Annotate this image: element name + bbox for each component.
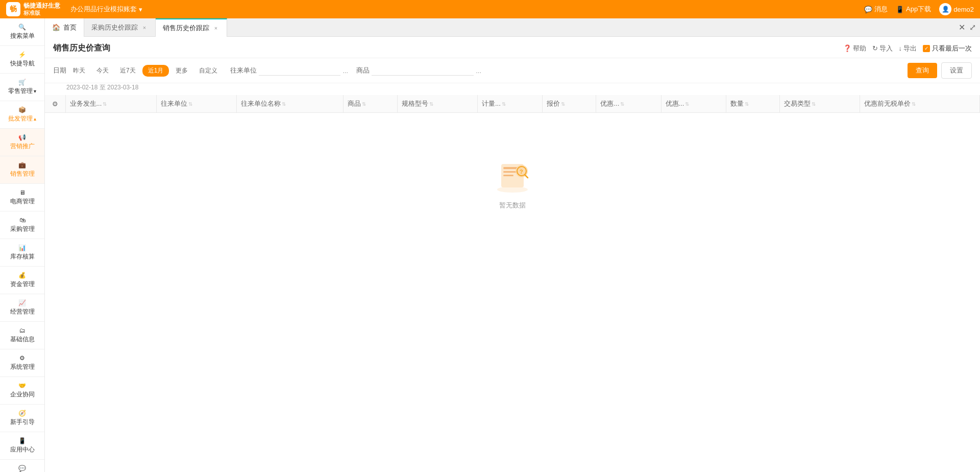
th-spec[interactable]: 规格型号⇅ <box>397 95 477 113</box>
app-download-button[interactable]: 📱 App下载 <box>896 5 931 14</box>
sidebar-item-search[interactable]: 🔍 搜索菜单 <box>0 18 44 46</box>
sort-discount2-icon: ⇅ <box>685 101 689 107</box>
system-icon: ⚙ <box>19 355 25 362</box>
message-button[interactable]: 💬 消息 <box>864 5 888 14</box>
sidebar-item-inventory[interactable]: 📊 库存核算 <box>0 239 44 267</box>
table-settings-icon[interactable]: ⚙ <box>52 100 58 108</box>
marketing-icon: 📢 <box>18 134 26 141</box>
th-quantity-label: 数量 <box>730 99 744 108</box>
sidebar-item-marketing[interactable]: 📢 营销推广 <box>0 129 44 156</box>
date-option-yesterday[interactable]: 昨天 <box>68 65 90 77</box>
settings-button[interactable]: 设置 <box>941 62 972 79</box>
query-button[interactable]: 查询 <box>908 63 937 78</box>
ecommerce-icon: 🖥 <box>19 189 26 196</box>
th-unit[interactable]: 计量...⇅ <box>477 95 542 113</box>
tab-purchase-history[interactable]: 采购历史价跟踪 × <box>84 18 156 37</box>
th-price[interactable]: 报价⇅ <box>543 95 596 113</box>
operations-icon: 📈 <box>18 299 26 306</box>
th-partner-name[interactable]: 往来单位名称⇅ <box>237 95 344 113</box>
sidebar-item-enterprise[interactable]: 🤝 企业协同 <box>0 377 44 405</box>
sidebar-item-purchase-label: 采购管理 <box>10 225 35 233</box>
tab-maximize-button[interactable]: ⤢ <box>969 22 976 32</box>
sidebar-item-wechat[interactable]: 💬 企业微信 <box>0 460 44 472</box>
export-button[interactable]: ↓ 导出 <box>899 44 917 53</box>
retail-icon: 🛒 <box>18 79 26 86</box>
table-container: ⚙ 业务发生...⇅ 往来单位⇅ 往来单位名称⇅ <box>45 95 980 472</box>
sidebar-item-quick-nav[interactable]: ⚡ 快捷导航 <box>0 46 44 74</box>
user-name: demo2 <box>953 6 974 13</box>
app-brand: 畅捷通好生意 <box>23 2 60 9</box>
sidebar-item-ecommerce[interactable]: 🖥 电商管理 <box>0 184 44 211</box>
sidebar-item-quick-nav-label: 快捷导航 <box>10 59 35 68</box>
search-icon: 🔍 <box>18 23 26 31</box>
th-discount2[interactable]: 优惠...⇅ <box>661 95 726 113</box>
th-product[interactable]: 商品⇅ <box>344 95 397 113</box>
apps-icon: 📱 <box>18 437 26 444</box>
sidebar-item-apps[interactable]: 📱 应用中心 <box>0 432 44 460</box>
product-search-dots[interactable]: ... <box>476 67 481 75</box>
message-label: 消息 <box>874 5 888 14</box>
sidebar-item-finance[interactable]: 💰 资金管理 <box>0 267 44 294</box>
tab-home-label: 首页 <box>63 23 77 32</box>
sidebar-item-guide[interactable]: 🧭 新手引导 <box>0 405 44 432</box>
inventory-icon: 📊 <box>18 244 26 251</box>
basic-info-icon: 🗂 <box>19 327 26 334</box>
user-menu[interactable]: 👤 demo2 <box>939 3 974 15</box>
app-title-dropdown[interactable]: 办公用品行业模拟账套 ▾ <box>70 5 142 14</box>
help-button[interactable]: ❓ 帮助 <box>843 44 866 53</box>
date-option-7days[interactable]: 近7天 <box>115 65 140 77</box>
sidebar-item-purchase[interactable]: 🛍 采购管理 <box>0 211 44 239</box>
sort-spec-icon: ⇅ <box>429 101 433 107</box>
sidebar-item-wholesale[interactable]: 📦 批发管理▴ <box>0 101 44 129</box>
th-settings[interactable]: ⚙ <box>45 95 65 113</box>
sidebar-item-enterprise-label: 企业协同 <box>10 390 35 399</box>
tab-purchase-history-close[interactable]: × <box>141 24 148 31</box>
th-biz-date-label: 业务发生... <box>70 99 102 108</box>
download-icon: 📱 <box>896 6 904 13</box>
dropdown-arrow-icon: ▾ <box>139 6 142 13</box>
th-biz-date[interactable]: 业务发生...⇅ <box>65 95 157 113</box>
sidebar-item-sales-mgmt-label: 销售管理 <box>10 170 35 178</box>
sidebar-item-operations-label: 经营管理 <box>10 308 35 316</box>
only-last-checkbox-label[interactable]: 只看最后一次 <box>923 44 972 53</box>
sort-biz-date-icon: ⇅ <box>103 101 107 107</box>
partner-search-dots[interactable]: ... <box>342 67 348 75</box>
content-area: 🏠 首页 采购历史价跟踪 × 销售历史价跟踪 × ✕ ⤢ <box>45 18 980 472</box>
tab-sales-history[interactable]: 销售历史价跟踪 × <box>156 18 227 37</box>
date-option-1month[interactable]: 近1月 <box>142 65 169 77</box>
th-pretax-price[interactable]: 优惠前无税单价⇅ <box>860 95 980 113</box>
sidebar-item-basic-info-label: 基础信息 <box>10 335 35 344</box>
th-quantity[interactable]: 数量⇅ <box>726 95 779 113</box>
sidebar-item-operations[interactable]: 📈 经营管理 <box>0 294 44 322</box>
sidebar-item-finance-label: 资金管理 <box>10 280 35 289</box>
sidebar-item-sales-mgmt[interactable]: 💼 销售管理 <box>0 156 44 184</box>
partner-input[interactable] <box>259 65 340 76</box>
th-partner-code[interactable]: 往来单位⇅ <box>157 95 237 113</box>
th-trade-type[interactable]: 交易类型⇅ <box>779 95 860 113</box>
data-table: ⚙ 业务发生...⇅ 往来单位⇅ 往来单位名称⇅ <box>45 95 980 113</box>
only-last-label: 只看最后一次 <box>932 44 972 53</box>
tab-sales-history-label: 销售历史价跟踪 <box>163 23 209 33</box>
help-label: 帮助 <box>853 44 866 53</box>
th-discount1[interactable]: 优惠...⇅ <box>596 95 661 113</box>
sidebar: 🔍 搜索菜单 ⚡ 快捷导航 🛒 零售管理▾ 📦 批发管理▴ 📢 营销推广 💼 <box>0 18 45 472</box>
product-input[interactable] <box>372 65 474 76</box>
date-option-today[interactable]: 今天 <box>92 65 113 77</box>
tab-close-all-button[interactable]: ✕ <box>959 22 965 32</box>
date-filter: 日期 昨天 今天 近7天 近1月 更多 自定义 <box>53 65 222 77</box>
sidebar-item-retail[interactable]: 🛒 零售管理▾ <box>0 74 44 101</box>
th-unit-label: 计量... <box>482 99 501 108</box>
tab-home[interactable]: 🏠 首页 <box>45 18 84 37</box>
sort-partner-code-icon: ⇅ <box>188 101 192 107</box>
date-option-more[interactable]: 更多 <box>171 65 192 77</box>
message-icon: 💬 <box>864 6 872 13</box>
quick-nav-icon: ⚡ <box>18 51 26 58</box>
import-button[interactable]: ↻ 导入 <box>872 44 893 53</box>
sidebar-item-basic-info[interactable]: 🗂 基础信息 <box>0 322 44 349</box>
th-trade-type-label: 交易类型 <box>784 99 811 108</box>
date-option-custom[interactable]: 自定义 <box>194 65 222 77</box>
tab-sales-history-close[interactable]: × <box>212 25 219 32</box>
sidebar-item-system[interactable]: ⚙ 系统管理 <box>0 349 44 377</box>
sidebar-item-ecommerce-label: 电商管理 <box>10 197 35 206</box>
only-last-checkbox[interactable] <box>923 45 930 52</box>
